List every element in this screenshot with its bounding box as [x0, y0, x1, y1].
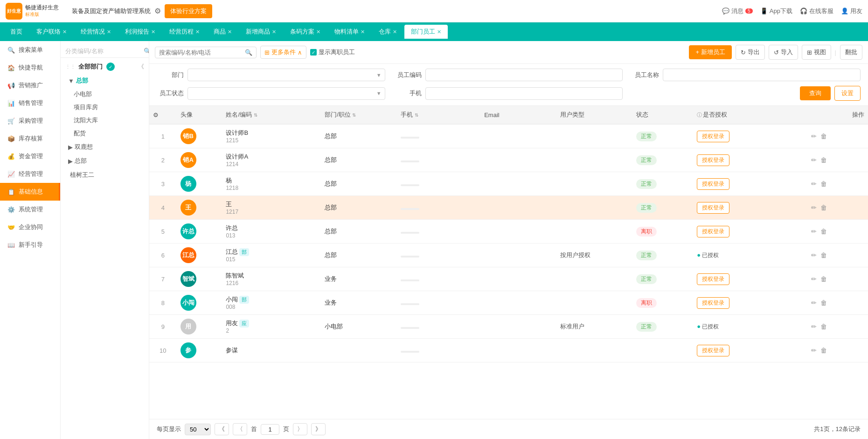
edit-icon[interactable]: ✏ [811, 251, 817, 259]
nav-tab-home[interactable]: 首页 [4, 25, 29, 39]
status-select[interactable] [187, 87, 385, 100]
delete-icon[interactable]: 🗑 [820, 180, 827, 188]
phone-input[interactable] [425, 87, 623, 100]
sidebar-item-inventory[interactable]: 📦 库存核算 [0, 130, 60, 147]
auth-button[interactable]: 授权登录 [697, 226, 729, 237]
edit-icon[interactable]: ✏ [811, 204, 817, 211]
col-name[interactable]: 姓名/编码 ⇅ [222, 106, 321, 124]
sidebar-item-marketing[interactable]: 📢 营销推广 [0, 77, 60, 94]
delete-icon[interactable]: 🗑 [820, 323, 827, 330]
empcode-input[interactable] [425, 69, 623, 81]
nav-tab-customer[interactable]: 客户联络 ✕ [30, 25, 73, 39]
filter-more-btn[interactable]: ⊞ 更多条件 ∧ [260, 46, 306, 59]
delete-icon[interactable]: 🗑 [820, 132, 827, 140]
edit-icon[interactable]: ✏ [811, 180, 817, 188]
sidebar-item-search[interactable]: 🔍 搜索菜单 [0, 41, 60, 59]
edit-icon[interactable]: ✏ [811, 323, 817, 330]
edit-icon[interactable]: ✏ [811, 228, 817, 235]
close-icon[interactable]: ✕ [107, 29, 111, 35]
nav-tab-goods[interactable]: 商品 ✕ [207, 25, 238, 39]
close-icon[interactable]: ✕ [361, 29, 365, 35]
sidebar-item-operations[interactable]: 📈 经营管理 [0, 165, 60, 183]
more-ops-button[interactable]: 翻批 [840, 45, 862, 60]
close-icon[interactable]: ✕ [151, 29, 155, 35]
page-size-select[interactable]: 50 100 200 [185, 424, 211, 435]
close-icon[interactable]: ✕ [62, 29, 67, 35]
edit-icon[interactable]: ✏ [811, 299, 817, 307]
nav-tab-history[interactable]: 经营历程 ✕ [163, 25, 206, 39]
nav-tab-staff[interactable]: 部门员工 ✕ [404, 25, 448, 39]
sidebar-item-sales[interactable]: 📊 销售管理 [0, 94, 60, 112]
close-icon[interactable]: ✕ [316, 29, 320, 35]
sidebar-item-finance[interactable]: 💰 资金管理 [0, 147, 60, 165]
query-button[interactable]: 查询 [800, 86, 831, 100]
first-page-button[interactable]: 《 [215, 423, 229, 435]
show-resigned-toggle[interactable]: ✓ 显示离职员工 [310, 48, 355, 56]
nav-tab-warehouse[interactable]: 仓库 ✕ [372, 25, 403, 39]
close-icon[interactable]: ✕ [393, 29, 397, 35]
message-action[interactable]: 💬 消息 5 [722, 7, 753, 15]
tree-search-input[interactable] [65, 48, 144, 55]
service-action[interactable]: 🎧 在线客服 [800, 7, 833, 15]
col-dept[interactable]: 部门/职位 ⇅ [321, 106, 397, 124]
tree-child-xiaodibu[interactable]: 小电部 [61, 88, 149, 101]
page-input[interactable] [261, 424, 279, 435]
auth-button[interactable]: 授权登录 [697, 273, 729, 285]
last-page-button[interactable]: 》 [311, 423, 326, 435]
user-action[interactable]: 👤 用友 [841, 7, 862, 15]
export-button[interactable]: ↻ 导出 [736, 45, 765, 60]
edit-icon[interactable]: ✏ [811, 132, 817, 140]
tree-node-shuanglu[interactable]: ▶ 双鹿想 [61, 140, 149, 154]
close-icon[interactable]: ✕ [437, 29, 441, 35]
tree-child-projectroom[interactable]: 项目库房 [61, 101, 149, 114]
tree-child-peihuo[interactable]: 配货 [61, 127, 149, 140]
edit-icon[interactable]: ✏ [811, 275, 817, 283]
prev-page-button[interactable]: 〈 [233, 423, 247, 435]
sidebar-item-basic-info[interactable]: 📋 基础信息 [0, 183, 60, 201]
import-button[interactable]: ↺ 导入 [769, 45, 798, 60]
nav-tab-bom[interactable]: 物料清单 ✕ [328, 25, 371, 39]
delete-icon[interactable]: 🗑 [820, 347, 827, 354]
sidebar-item-system[interactable]: ⚙️ 系统管理 [0, 201, 60, 218]
auth-button[interactable]: 授权登录 [697, 297, 729, 309]
sidebar-item-guide[interactable]: 📖 新手引导 [0, 236, 60, 254]
nav-tab-addgoods[interactable]: 新增商品 ✕ [239, 25, 283, 39]
empname-input[interactable] [663, 69, 861, 81]
delete-icon[interactable]: 🗑 [820, 299, 827, 307]
dept-select[interactable] [187, 69, 385, 81]
col-phone[interactable]: 手机 ⇅ [397, 106, 480, 124]
tree-node-zongbu[interactable]: ▶ 总部 [61, 154, 149, 168]
nav-tab-barcode[interactable]: 条码方案 ✕ [284, 25, 327, 39]
sidebar-item-quicknav[interactable]: 🏠 快捷导航 [0, 59, 60, 77]
delete-icon[interactable]: 🗑 [820, 204, 827, 211]
tree-child-shenyang[interactable]: 沈阳大库 [61, 114, 149, 127]
close-icon[interactable]: ✕ [272, 29, 276, 35]
auth-button[interactable]: 授权登录 [697, 131, 729, 142]
edit-icon[interactable]: ✏ [811, 347, 817, 354]
tree-collapse-icon[interactable]: 《 [138, 63, 144, 71]
col-settings[interactable]: ⚙ [149, 106, 177, 124]
tree-node-general-hq[interactable]: ▼ 总部 [61, 74, 149, 88]
auth-button[interactable]: 授权登录 [697, 202, 729, 214]
auth-button[interactable]: 授权登录 [697, 154, 729, 166]
nav-tab-situation[interactable]: 经营情况 ✕ [74, 25, 118, 39]
delete-icon[interactable]: 🗑 [820, 228, 827, 235]
delete-icon[interactable]: 🗑 [820, 156, 827, 164]
auth-button[interactable]: 授权登录 [697, 345, 729, 356]
close-icon[interactable]: ✕ [195, 29, 200, 35]
app-download-action[interactable]: 📱 App下载 [760, 7, 792, 15]
set-button[interactable]: 设置 [834, 86, 861, 101]
delete-icon[interactable]: 🗑 [820, 251, 827, 259]
sidebar-item-collab[interactable]: 🤝 企业协同 [0, 218, 60, 236]
view-button[interactable]: ⊞ 视图 [802, 45, 831, 60]
close-icon[interactable]: ✕ [228, 29, 232, 35]
search-input[interactable] [159, 49, 243, 56]
settings-icon[interactable]: ⚙ [154, 7, 161, 15]
try-btn[interactable]: 体验行业方案 [165, 4, 212, 18]
tree-node-zhishu[interactable]: 植树王二 [61, 168, 149, 182]
next-page-button[interactable]: 〉 [293, 423, 307, 435]
edit-icon[interactable]: ✏ [811, 156, 817, 164]
delete-icon[interactable]: 🗑 [820, 275, 827, 283]
add-employee-button[interactable]: + 新增员工 [689, 45, 731, 59]
nav-tab-profit[interactable]: 利润报告 ✕ [118, 25, 162, 39]
